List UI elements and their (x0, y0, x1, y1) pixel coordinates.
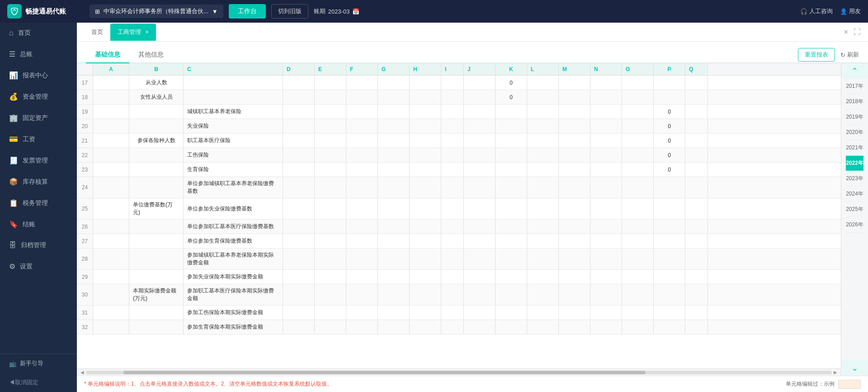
cell-a[interactable] (93, 284, 129, 305)
cell-e[interactable] (315, 306, 346, 320)
cell-o[interactable] (622, 90, 654, 104)
cell-d[interactable] (283, 198, 315, 219)
cell-g[interactable] (378, 198, 410, 219)
cell-e[interactable] (315, 234, 346, 248)
cell-e[interactable] (315, 284, 346, 305)
cell-h[interactable] (410, 320, 441, 334)
cell-a[interactable] (93, 76, 129, 90)
cell-d[interactable] (283, 134, 315, 148)
year-item[interactable]: 2020年 (846, 125, 863, 140)
cell-e[interactable] (315, 270, 346, 284)
refresh-button[interactable]: ↻ 刷新 (840, 51, 859, 59)
sidebar-item-invoice[interactable]: 🧾 发票管理 (0, 150, 77, 171)
cell-p[interactable]: 0 (654, 148, 685, 162)
year-item[interactable]: 2019年 (846, 110, 863, 125)
cell-h[interactable] (410, 306, 441, 320)
cell-i[interactable] (441, 249, 464, 269)
cell-d[interactable] (283, 284, 315, 305)
sidebar-item-payroll[interactable]: 💳 工资 (0, 129, 77, 150)
table-row[interactable]: 24 单位参加城镇职工基本养老保险缴费基数 (77, 177, 841, 198)
cell-k[interactable] (495, 105, 527, 119)
cell-c[interactable]: 参加生育保险本期实际缴费金额 (184, 320, 283, 334)
cell-f[interactable] (346, 148, 378, 162)
cell-d[interactable] (283, 306, 315, 320)
cell-a[interactable] (93, 234, 129, 248)
cell-q[interactable] (685, 270, 708, 284)
cell-m[interactable] (559, 76, 590, 90)
cell-f[interactable] (346, 249, 378, 269)
cell-m[interactable] (559, 306, 590, 320)
cell-i[interactable] (441, 198, 464, 219)
cell-b[interactable] (129, 163, 184, 177)
cell-g[interactable] (378, 270, 410, 284)
company-selector[interactable]: ⊞ 中审众环会计师事务所（特殊普通合伙... ▼ (90, 5, 223, 18)
cell-g[interactable] (378, 134, 410, 148)
sidebar-item-ledger[interactable]: ☰ 总账 (0, 43, 77, 65)
cell-a[interactable] (93, 134, 129, 148)
cell-g[interactable] (378, 284, 410, 305)
cell-j[interactable] (464, 134, 495, 148)
cell-j[interactable] (464, 105, 495, 119)
cell-c[interactable] (184, 76, 283, 90)
cell-i[interactable] (441, 284, 464, 305)
year-item[interactable]: 2018年 (846, 94, 863, 110)
cell-d[interactable] (283, 249, 315, 269)
cell-l[interactable] (527, 148, 559, 162)
cell-l[interactable] (527, 220, 559, 234)
window-maximize-icon[interactable]: ⛶ (854, 28, 861, 36)
cell-q[interactable] (685, 234, 708, 248)
cell-k[interactable] (495, 220, 527, 234)
cell-c[interactable]: 单位参加失业保险缴费基数 (184, 198, 283, 219)
cell-c[interactable]: 生育保险 (184, 163, 283, 177)
cell-q[interactable] (685, 320, 708, 334)
sidebar-item-fund[interactable]: 💰 资金管理 (0, 86, 77, 107)
cell-e[interactable] (315, 105, 346, 119)
table-row[interactable]: 27 单位参加生育保险缴费基数 (77, 234, 841, 249)
scroll-left-arrow[interactable]: ◀ (79, 370, 86, 375)
cell-g[interactable] (378, 163, 410, 177)
cell-g[interactable] (378, 220, 410, 234)
cell-a[interactable] (93, 306, 129, 320)
cell-e[interactable] (315, 148, 346, 162)
cell-e[interactable] (315, 220, 346, 234)
cell-n[interactable] (590, 119, 622, 133)
cell-i[interactable] (441, 76, 464, 90)
cell-h[interactable] (410, 163, 441, 177)
cell-o[interactable] (622, 284, 654, 305)
cell-p[interactable]: 0 (654, 105, 685, 119)
cell-i[interactable] (441, 134, 464, 148)
cell-f[interactable] (346, 134, 378, 148)
cell-m[interactable] (559, 163, 590, 177)
cell-a[interactable] (93, 220, 129, 234)
cell-o[interactable] (622, 163, 654, 177)
cell-l[interactable] (527, 90, 559, 104)
cell-f[interactable] (346, 119, 378, 133)
cell-o[interactable] (622, 119, 654, 133)
cell-n[interactable] (590, 163, 622, 177)
table-scroll[interactable]: 17 从业人数 0 18 女性从业人员 (77, 76, 841, 368)
cell-p[interactable] (654, 198, 685, 219)
cell-d[interactable] (283, 119, 315, 133)
cell-k[interactable]: 0 (495, 76, 527, 90)
cell-b[interactable] (129, 148, 184, 162)
cell-p[interactable] (654, 249, 685, 269)
cell-b[interactable] (129, 234, 184, 248)
cell-m[interactable] (559, 177, 590, 198)
cell-h[interactable] (410, 177, 441, 198)
cell-q[interactable] (685, 105, 708, 119)
cell-h[interactable] (410, 249, 441, 269)
cell-f[interactable] (346, 177, 378, 198)
cell-d[interactable] (283, 220, 315, 234)
cell-m[interactable] (559, 320, 590, 334)
cell-o[interactable] (622, 76, 654, 90)
cell-o[interactable] (622, 177, 654, 198)
support-item[interactable]: 🎧 人工咨询 (800, 7, 833, 15)
sidebar-item-report[interactable]: 📊 报表中心 (0, 65, 77, 86)
table-row[interactable]: 18 女性从业人员 0 (77, 90, 841, 105)
cell-a[interactable] (93, 177, 129, 198)
tab-close-icon[interactable]: × (146, 29, 149, 35)
cell-i[interactable] (441, 177, 464, 198)
cell-h[interactable] (410, 284, 441, 305)
pin-button[interactable]: ◀取消固定 (0, 373, 77, 392)
cell-k[interactable] (495, 249, 527, 269)
